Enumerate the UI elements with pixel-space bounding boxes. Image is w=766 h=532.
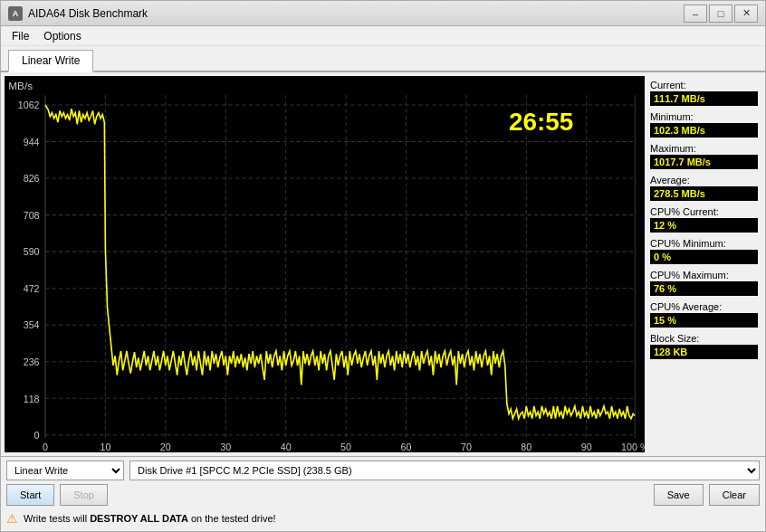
stat-average: Average: 278.5 MB/s [650, 175, 758, 201]
controls-row-1: Linear Write Disk Drive #1 [SPCC M.2 PCI… [6, 461, 760, 480]
tab-linear-write[interactable]: Linear Write [8, 50, 93, 72]
stats-panel: Current: 111.7 MB/s Minimum: 102.3 MB/s … [648, 76, 761, 452]
stat-cpu-average: CPU% Average: 15 % [650, 301, 758, 328]
stat-cpu-current-label: CPU% Current: [650, 206, 758, 217]
window-title: AIDA64 Disk Benchmark [28, 7, 684, 20]
bottom-controls: Linear Write Disk Drive #1 [SPCC M.2 PCI… [1, 456, 765, 531]
svg-text:590: 590 [24, 246, 40, 257]
close-button[interactable]: ✕ [734, 5, 758, 23]
warning-end: on the tested drive! [188, 513, 276, 524]
svg-text:354: 354 [24, 319, 40, 330]
stat-current-value: 111.7 MB/s [650, 91, 758, 106]
warning-normal: tests will [46, 513, 90, 524]
stat-cpu-maximum-label: CPU% Maximum: [650, 270, 758, 280]
stat-cpu-maximum-value: 76 % [650, 281, 758, 296]
svg-text:26:55: 26:55 [509, 108, 573, 136]
main-content: MB/s [1, 72, 765, 456]
chart-svg: MB/s [5, 76, 645, 452]
tab-bar: Linear Write [1, 46, 765, 72]
svg-text:50: 50 [340, 442, 351, 452]
save-button[interactable]: Save [654, 484, 704, 506]
stat-current-label: Current: [650, 80, 758, 90]
menu-options[interactable]: Options [36, 28, 88, 44]
maximize-button[interactable]: □ [709, 5, 732, 23]
svg-text:100 %: 100 % [621, 442, 645, 452]
stat-maximum-value: 1017.7 MB/s [650, 155, 758, 169]
stat-minimum: Minimum: 102.3 MB/s [650, 111, 758, 138]
controls-row-2: Start Stop Save Clear [6, 484, 760, 506]
stat-maximum-label: Maximum: [650, 143, 758, 154]
title-bar-buttons: – □ ✕ [684, 5, 758, 23]
stat-average-label: Average: [650, 175, 758, 185]
warning-prefix: Write [24, 513, 46, 524]
menu-bar: File Options [1, 26, 765, 46]
disk-dropdown[interactable]: Disk Drive #1 [SPCC M.2 PCIe SSD] (238.5… [129, 461, 760, 480]
svg-text:236: 236 [24, 356, 40, 367]
stat-block-size: Block Size: 128 KB [650, 333, 758, 359]
svg-text:80: 80 [521, 442, 531, 452]
warning-row: ⚠ Write tests will DESTROY ALL DATA on t… [6, 509, 760, 527]
title-bar: A AIDA64 Disk Benchmark – □ ✕ [1, 1, 765, 26]
stat-cpu-minimum: CPU% Minimum: 0 % [650, 238, 758, 264]
stat-block-size-value: 128 KB [650, 345, 758, 359]
test-type-dropdown[interactable]: Linear Write [6, 461, 124, 480]
warning-bold: DESTROY ALL DATA [90, 513, 188, 524]
chart-area: MB/s [5, 76, 645, 452]
stat-maximum: Maximum: 1017.7 MB/s [650, 143, 758, 169]
stop-button[interactable]: Stop [60, 484, 108, 506]
svg-text:10: 10 [100, 442, 110, 452]
svg-text:0: 0 [34, 430, 40, 441]
stat-minimum-value: 102.3 MB/s [650, 123, 758, 138]
stat-average-value: 278.5 MB/s [650, 186, 758, 201]
svg-text:826: 826 [24, 173, 40, 184]
svg-text:MB/s: MB/s [8, 80, 33, 91]
minimize-button[interactable]: – [684, 5, 707, 23]
svg-text:118: 118 [24, 394, 40, 404]
menu-file[interactable]: File [5, 28, 36, 44]
svg-text:30: 30 [220, 442, 231, 452]
stat-cpu-minimum-label: CPU% Minimum: [650, 238, 758, 249]
stat-cpu-minimum-value: 0 % [650, 250, 758, 264]
svg-text:40: 40 [281, 442, 292, 452]
warning-text: Write tests will DESTROY ALL DATA on the… [24, 513, 276, 524]
svg-text:708: 708 [24, 210, 40, 221]
clear-button[interactable]: Clear [709, 484, 760, 506]
svg-text:70: 70 [461, 442, 472, 452]
svg-text:60: 60 [401, 442, 412, 452]
svg-text:1062: 1062 [18, 100, 40, 110]
app-icon: A [8, 6, 23, 21]
stat-cpu-average-value: 15 % [650, 313, 758, 328]
svg-text:90: 90 [581, 442, 592, 452]
svg-text:944: 944 [24, 137, 40, 147]
stat-cpu-maximum: CPU% Maximum: 76 % [650, 270, 758, 296]
stat-cpu-average-label: CPU% Average: [650, 301, 758, 312]
svg-text:20: 20 [160, 442, 171, 452]
stat-cpu-current: CPU% Current: 12 % [650, 206, 758, 233]
stat-block-size-label: Block Size: [650, 333, 758, 344]
main-window: A AIDA64 Disk Benchmark – □ ✕ File Optio… [0, 0, 766, 532]
start-button[interactable]: Start [6, 484, 54, 506]
warning-icon: ⚠ [6, 511, 18, 526]
stat-cpu-current-value: 12 % [650, 218, 758, 233]
stat-current: Current: 111.7 MB/s [650, 80, 758, 106]
svg-text:0: 0 [43, 442, 48, 452]
svg-text:472: 472 [24, 283, 40, 294]
stat-minimum-label: Minimum: [650, 111, 758, 122]
